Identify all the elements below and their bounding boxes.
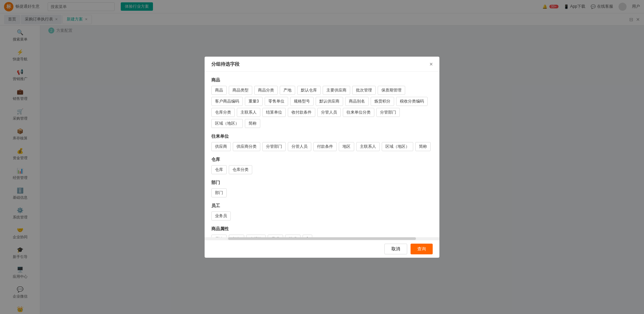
cancel-button[interactable]: 取消 [384,244,407,254]
field-tag-5-2[interactable]: 多规格 [246,235,266,237]
field-tag-1-5[interactable]: 地区 [339,142,354,151]
field-tag-5-5[interactable]: 1 [303,235,312,237]
field-section-员工: 员工业务员 [211,203,433,221]
section-title-2: 仓库 [211,156,433,163]
modal-title: 分组待选字段 [211,61,239,67]
field-tag-0-19[interactable]: 收付款条件 [288,108,315,117]
field-tag-0-24[interactable]: 简称 [245,119,260,128]
field-tag-0-2[interactable]: 商品分类 [254,86,278,95]
field-tag-0-20[interactable]: 分管人员 [317,108,341,117]
field-tag-0-4[interactable]: 默认仓库 [297,86,321,95]
field-tag-3-0[interactable]: 部门 [211,188,227,197]
field-tag-1-2[interactable]: 分管部门 [262,142,286,151]
field-tag-0-14[interactable]: 炼货积分 [371,97,394,106]
section-title-3: 部门 [211,180,433,186]
field-tag-0-11[interactable]: 规格型号 [290,97,314,106]
field-tag-0-10[interactable]: 零售单位 [265,97,288,106]
modal-overlay: 分组待选字段 × 商品商品商品类型商品分类产地默认仓库主要供应商批次管理保质期管… [0,0,644,289]
field-tag-0-15[interactable]: 税收分类编码 [396,97,428,106]
field-tag-0-3[interactable]: 产地 [280,86,295,95]
field-tag-0-16[interactable]: 仓库分类 [211,108,235,117]
field-tag-2-0[interactable]: 仓库 [211,165,227,174]
field-tag-1-0[interactable]: 供应商 [211,142,231,151]
section-title-5: 商品属性 [211,226,433,232]
section-title-4: 员工 [211,203,433,209]
field-tag-0-8[interactable]: 客户商品编码 [211,97,243,106]
field-tag-5-3[interactable]: 尺码 [268,235,283,237]
modal-close-btn[interactable]: × [430,61,433,67]
field-section-商品属性: 商品属性属性颜色多规格尺码鞋码1 [211,226,433,237]
modal-body: 商品商品商品类型商品分类产地默认仓库主要供应商批次管理保质期管理客户商品编码重量… [205,72,439,237]
modal-header: 分组待选字段 × [205,57,439,72]
field-section-部门: 部门部门 [211,180,433,197]
modal-horizontal-scrollbar[interactable] [205,237,439,240]
confirm-button[interactable]: 查询 [411,244,433,254]
field-tags-0: 商品商品类型商品分类产地默认仓库主要供应商批次管理保质期管理客户商品编码重量3零… [211,86,433,128]
field-tag-1-4[interactable]: 付款条件 [313,142,337,151]
field-tag-4-0[interactable]: 业务员 [211,211,231,221]
field-section-仓库: 仓库仓库仓库分类 [211,156,433,174]
field-tag-0-18[interactable]: 结算单位 [262,108,286,117]
field-section-往来单位: 往来单位供应商供应商分类分管部门分管人员付款条件地区主联系人区域（地区）简称 [211,133,433,151]
field-tags-5: 属性颜色多规格尺码鞋码1 [211,235,433,237]
field-tags-1: 供应商供应商分类分管部门分管人员付款条件地区主联系人区域（地区）简称 [211,142,433,151]
field-tag-1-7[interactable]: 区域（地区） [382,142,413,151]
field-tag-5-4[interactable]: 鞋码 [285,235,301,237]
field-tags-3: 部门 [211,188,433,197]
field-tag-5-0[interactable]: 属性 [211,235,227,237]
field-tag-1-8[interactable]: 简称 [415,142,431,151]
field-tag-0-12[interactable]: 默认供应商 [316,97,343,106]
field-tag-0-21[interactable]: 往来单位分类 [343,108,374,117]
field-tag-0-9[interactable]: 重量3 [245,97,263,106]
field-tag-1-6[interactable]: 主联系人 [356,142,380,151]
section-title-0: 商品 [211,77,433,83]
field-tag-0-23[interactable]: 区域（地区） [211,119,243,128]
field-tag-0-17[interactable]: 主联系人 [237,108,260,117]
field-tag-0-1[interactable]: 商品类型 [229,86,252,95]
field-tag-0-5[interactable]: 主要供应商 [323,86,350,95]
field-tag-1-1[interactable]: 供应商分类 [233,142,260,151]
section-title-1: 往来单位 [211,133,433,139]
modal: 分组待选字段 × 商品商品商品类型商品分类产地默认仓库主要供应商批次管理保质期管… [205,57,439,258]
field-tag-5-1[interactable]: 颜色 [229,235,244,237]
field-tag-0-22[interactable]: 分管部门 [376,108,400,117]
field-tag-2-1[interactable]: 仓库分类 [229,165,252,174]
field-tag-0-7[interactable]: 保质期管理 [378,86,405,95]
field-tags-4: 业务员 [211,211,433,221]
field-section-商品: 商品商品商品类型商品分类产地默认仓库主要供应商批次管理保质期管理客户商品编码重量… [211,77,433,128]
field-tag-0-6[interactable]: 批次管理 [352,86,376,95]
field-tag-1-3[interactable]: 分管人员 [288,142,311,151]
field-tag-0-13[interactable]: 商品别名 [345,97,369,106]
scrollbar-thumb [228,237,416,240]
field-tags-2: 仓库仓库分类 [211,165,433,174]
field-tag-0-0[interactable]: 商品 [211,86,227,95]
modal-footer: 取消 查询 [205,240,439,258]
